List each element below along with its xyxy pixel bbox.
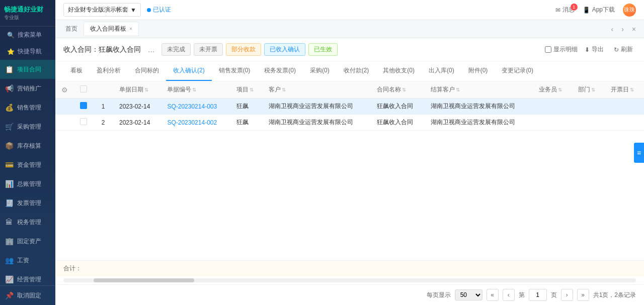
next-page-button[interactable]: › (561, 289, 573, 301)
close-all-tabs-button[interactable]: × (630, 24, 638, 34)
detail-checkbox-input[interactable] (545, 46, 551, 53)
status-tag-effective[interactable]: 已生效 (308, 43, 338, 56)
main-area: 好业财专业版演示帐套 ▼ 已认证 ✉ 消息 1 📱 App下载 珠珠 (55, 0, 644, 305)
cell-department-2 (572, 115, 605, 131)
th-date[interactable]: 单据日期⇅ (113, 81, 161, 98)
cell-department-1 (572, 98, 605, 115)
prev-tab-button[interactable]: ‹ (609, 24, 615, 34)
refresh-icon: ↻ (614, 46, 619, 53)
row-checkbox-1[interactable] (80, 102, 87, 109)
cell-project-1: 狂飙 (230, 98, 263, 115)
th-department[interactable]: 部门⇅ (572, 81, 605, 98)
sidebar-item-fixed[interactable]: 🏢 固定资产 (0, 232, 55, 251)
cell-check-1[interactable] (74, 98, 93, 115)
tab-tax-invoice[interactable]: 税务发票(0) (257, 61, 303, 81)
tab-change-log[interactable]: 变更记录(0) (495, 61, 540, 81)
cell-number-2[interactable]: SQ-20230214-002 (161, 115, 230, 131)
search-menu[interactable]: 🔍 搜索菜单 (0, 27, 55, 43)
quick-nav[interactable]: ⭐ 快捷导航 (0, 43, 55, 60)
first-page-button[interactable]: « (487, 289, 499, 301)
tab-payment[interactable]: 收付款(2) (337, 61, 376, 81)
tab-nav: ‹ › × (609, 24, 638, 34)
pagination: 每页显示 50 100 200 « ‹ 第 页 › » 共1页，2条记录 (55, 284, 644, 305)
chevron-down-icon: ▼ (130, 7, 136, 14)
show-detail-checkbox[interactable]: 显示明细 (545, 45, 578, 54)
status-tag-incomplete[interactable]: 未完成 (162, 43, 191, 56)
sidebar-item-tax[interactable]: 🏛 税务管理 (0, 213, 55, 232)
next-tab-button[interactable]: › (619, 24, 626, 34)
cell-date-1: 2023-02-14 (113, 98, 161, 115)
column-settings-icon[interactable]: ⚙ (61, 86, 68, 94)
table-row[interactable]: 1 2023-02-14 SQ-20230214-003 狂飙 湖南卫视商业运营… (55, 98, 644, 115)
invoice-icon: 🧾 (4, 198, 14, 208)
sidebar-item-general[interactable]: 📊 总账管理 (0, 174, 55, 193)
close-tab-button[interactable]: × (129, 26, 132, 32)
tab-revenue-confirm[interactable]: 收入确认(2) (166, 61, 212, 81)
sort-open-date-icon: ⇅ (630, 87, 634, 92)
sidebar-item-marketing[interactable]: 📢 营销推广 (0, 79, 55, 98)
tab-contract-subject[interactable]: 合同标的 (128, 61, 166, 81)
select-all-checkbox[interactable] (80, 85, 87, 92)
company-select[interactable]: 好业财专业版演示帐套 ▼ (63, 3, 141, 17)
tab-sales-invoice[interactable]: 销售发票(0) (212, 61, 258, 81)
cell-settings-2 (55, 115, 74, 131)
app-download-button[interactable]: 📱 App下载 (583, 6, 615, 14)
horizontal-scrollbar[interactable] (63, 278, 636, 282)
sidebar-item-project[interactable]: 📋 项目合同 (0, 60, 55, 79)
hr-icon: 👥 (4, 255, 14, 265)
refresh-button[interactable]: ↻ 刷新 (611, 43, 636, 56)
th-salesman[interactable]: 业务员⇅ (533, 81, 572, 98)
prev-page-button[interactable]: ‹ (503, 289, 515, 301)
row-checkbox-2[interactable] (80, 118, 87, 125)
cell-settings-1 (55, 98, 74, 115)
export-button[interactable]: ⬇ 导出 (582, 43, 607, 56)
status-tag-uninvoiced[interactable]: 未开票 (194, 43, 223, 56)
tab-profit[interactable]: 盈利分析 (90, 61, 128, 81)
table-row[interactable]: 2 2023-02-14 SQ-20230214-002 狂飙 湖南卫视商业运营… (55, 115, 644, 131)
th-contract[interactable]: 合同名称⇅ (371, 81, 425, 98)
right-panel-toggle[interactable]: ≡ (634, 143, 644, 163)
company-name: 好业财专业版演示帐套 (68, 6, 128, 14)
unpin-button[interactable]: 📌 取消固定 (0, 286, 55, 305)
sidebar-item-hr[interactable]: 👥 工资 (0, 251, 55, 270)
link-number-2[interactable]: SQ-20230214-002 (167, 119, 217, 126)
sidebar-item-label: 销售管理 (17, 104, 41, 112)
th-project[interactable]: 项目⇅ (230, 81, 263, 98)
sidebar-item-sales[interactable]: 💰 销售管理 (0, 98, 55, 117)
tab-board[interactable]: 看板 (63, 61, 90, 81)
export-label: 导出 (592, 45, 604, 54)
sidebar-item-biz[interactable]: 📈 经营管理 (0, 270, 55, 285)
cell-project-2: 狂飙 (230, 115, 263, 131)
th-open-date[interactable]: 开票日⇅ (605, 81, 644, 98)
sort-number-icon: ⇅ (192, 87, 196, 92)
th-number[interactable]: 单据编号⇅ (161, 81, 230, 98)
sidebar-item-purchase[interactable]: 🛒 采购管理 (0, 117, 55, 136)
sidebar-item-capital[interactable]: 💳 资金管理 (0, 155, 55, 174)
th-end-customer[interactable]: 结算客户⇅ (425, 81, 533, 98)
cell-check-2[interactable] (74, 115, 93, 131)
page-number-input[interactable] (529, 289, 547, 301)
inventory-icon: 📦 (4, 141, 14, 151)
th-customer[interactable]: 客户⇅ (263, 81, 371, 98)
cell-number-1[interactable]: SQ-20230214-003 (161, 98, 230, 115)
per-page-select[interactable]: 50 100 200 (455, 289, 482, 300)
message-button[interactable]: ✉ 消息 1 (555, 6, 575, 14)
user-menu[interactable]: 珠珠 (623, 4, 636, 17)
tab-warehouse[interactable]: 出入库(0) (422, 61, 461, 81)
tab-other-income[interactable]: 其他收支(0) (376, 61, 422, 81)
scrollbar-thumb[interactable] (94, 278, 194, 282)
sidebar-item-invoice[interactable]: 🧾 发票管理 (0, 193, 55, 213)
link-number-1[interactable]: SQ-20230214-003 (167, 103, 217, 110)
status-tag-partial[interactable]: 部分收款 (226, 43, 261, 56)
topbar-left: 好业财专业版演示帐套 ▼ 已认证 (63, 3, 171, 17)
active-tab[interactable]: 收入合同看板 × (84, 22, 139, 36)
home-tab[interactable]: 首页 (61, 23, 82, 35)
more-button[interactable]: ... (145, 44, 157, 55)
sidebar-item-inventory[interactable]: 📦 库存核算 (0, 136, 55, 155)
cell-customer-1: 湖南卫视商业运营发展有限公司 (263, 98, 371, 115)
status-tag-confirmed[interactable]: 已收入确认 (264, 43, 305, 56)
tab-purchase[interactable]: 采购(0) (303, 61, 337, 81)
tab-attachments[interactable]: 附件(0) (461, 61, 495, 81)
sidebar-item-label: 项目合同 (17, 65, 41, 74)
last-page-button[interactable]: » (577, 289, 589, 301)
